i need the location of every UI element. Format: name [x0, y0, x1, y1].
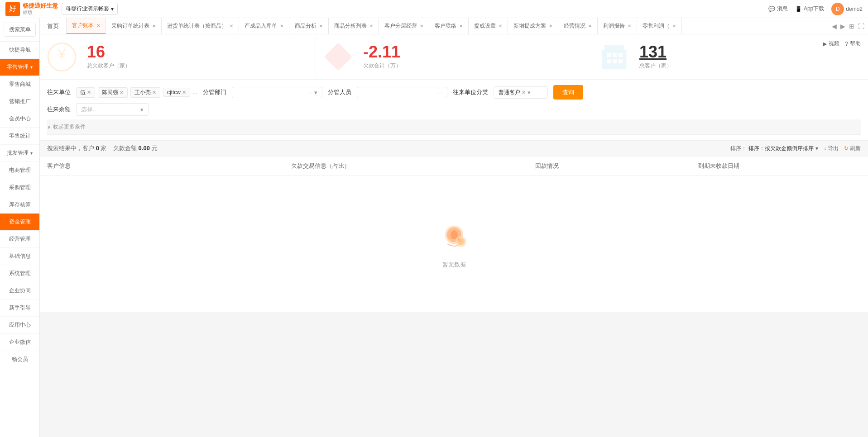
export-btn[interactable]: ↓ 导出: [824, 145, 839, 152]
sidebar-item-operations[interactable]: 经营管理: [0, 231, 39, 248]
close-tab-inbound-stats[interactable]: ✕: [230, 24, 233, 28]
remove-tag-wu[interactable]: ✕: [87, 90, 91, 95]
sidebar-item-marketing[interactable]: 营销推广: [0, 93, 39, 110]
sidebar-item-finance[interactable]: 资金管理: [0, 214, 39, 231]
tab-inbound-stats[interactable]: 进货单统计表（按商品） ✕: [162, 18, 239, 34]
tab-home[interactable]: 首页: [40, 18, 67, 34]
sidebar-item-wholesale-mgmt[interactable]: 批发管理 ▾: [0, 145, 39, 162]
svg-rect-7: [607, 59, 611, 63]
close-tab-retail-profit[interactable]: ✕: [672, 24, 676, 28]
close-tab-product-analysis[interactable]: ✕: [319, 24, 323, 28]
tab-fullscreen-btn[interactable]: ⛶: [858, 23, 864, 30]
unit-tag-chen: 陈民强 ✕: [98, 87, 128, 98]
staff-filter-label: 分管人员: [328, 88, 351, 96]
tab-controls: ◀ ▶ ⊞ ⛶: [828, 23, 868, 30]
industry-select[interactable]: 母婴行业演示帐套 ▾: [62, 3, 118, 15]
col-customer-info: 客户信息: [47, 162, 291, 170]
stat-label-left: 总欠款客户（家）: [87, 62, 130, 70]
sidebar-item-quick-nav[interactable]: 快捷导航: [0, 42, 39, 59]
stat-values-middle: -2.11 欠款合计（万）: [363, 44, 401, 70]
sidebar-item-wechat[interactable]: 企业微信: [0, 334, 39, 351]
refresh-btn[interactable]: ↻ 刷新: [844, 145, 861, 152]
export-icon: ↓: [824, 145, 826, 152]
sidebar-item-purchase[interactable]: 采购管理: [0, 179, 39, 196]
svg-rect-2: [602, 49, 626, 69]
sidebar-item-member-center[interactable]: 会员中心: [0, 110, 39, 128]
staff-select[interactable]: ···: [357, 87, 447, 98]
sidebar-item-ecommerce[interactable]: 电商管理: [0, 162, 39, 179]
balance-select[interactable]: 选择... ▾: [76, 103, 149, 116]
tab-label: 产成品入库单: [245, 22, 277, 30]
stats-row: ▶ 视频 ? 帮助 ¥: [40, 34, 868, 80]
tab-customer-contact[interactable]: 客户联络 ✕: [429, 18, 469, 34]
close-tab-product-analysis-list[interactable]: ✕: [369, 24, 373, 28]
building-icon: [599, 42, 629, 71]
close-tab-customer-balance[interactable]: ✕: [96, 23, 100, 28]
sidebar-item-retail-mall[interactable]: 零售商城: [0, 76, 39, 93]
tag-label: 王小亮: [134, 89, 151, 96]
main-layout: 搜索菜单 快捷导航 零售管理 ▾ 零售商城 营销推广 会员中心 零售统计 批发管…: [0, 18, 868, 437]
tab-product-inbound[interactable]: 产成品入库单 ✕: [239, 18, 289, 34]
sidebar-item-inventory[interactable]: 库存核算: [0, 196, 39, 214]
search-menu-btn[interactable]: 搜索菜单: [4, 23, 36, 37]
customer-unit: 家: [101, 145, 106, 152]
tab-purchase-order-stats[interactable]: 采购订单统计表 ✕: [106, 18, 162, 34]
category-select[interactable]: 普通客户 ✕ ▾: [494, 86, 548, 99]
close-tab-purchase-order-stats[interactable]: ✕: [152, 24, 156, 28]
sidebar-item-retail-mgmt[interactable]: 零售管理 ▾: [0, 59, 39, 76]
sidebar-item-vip[interactable]: 畅会员: [0, 351, 39, 368]
tab-profit-report[interactable]: 利润报告 ✕: [598, 18, 637, 34]
avatar: D: [831, 3, 844, 15]
svg-rect-5: [613, 53, 617, 57]
remove-tag-chen[interactable]: ✕: [120, 90, 124, 95]
tab-label: 客户联络: [435, 22, 456, 30]
message-btn[interactable]: 💬 消息: [768, 5, 788, 13]
tab-new-commission[interactable]: 新增提成方案 ✕: [508, 18, 558, 34]
collapse-btn[interactable]: ∧ 收起更多条件: [47, 123, 861, 131]
tab-customer-balance[interactable]: 客户账本 ✕: [67, 18, 106, 34]
tab-product-analysis-list[interactable]: 商品分析列表 ✕: [329, 18, 379, 34]
query-btn[interactable]: 查询: [553, 85, 583, 100]
tab-product-analysis[interactable]: 商品分析 ✕: [289, 18, 329, 34]
app-download-btn[interactable]: 📱 App下载: [795, 5, 824, 13]
sidebar-item-newbie[interactable]: 新手引导: [0, 299, 39, 317]
close-tab-profit-report[interactable]: ✕: [628, 24, 631, 28]
svg-point-12: [451, 230, 458, 239]
sort-select[interactable]: 排序： 排序：按欠款金额倒序排序 ▾: [730, 145, 818, 152]
industry-label: 母婴行业演示帐套: [66, 5, 109, 13]
tab-scroll-left[interactable]: ◀: [832, 23, 837, 30]
tab-menu-btn[interactable]: ⊞: [849, 23, 854, 30]
user-area[interactable]: D demo2: [831, 3, 863, 15]
tab-retail-profit[interactable]: 零售利润（ ✕: [637, 18, 682, 34]
tag-label: 普通客户: [499, 89, 520, 96]
tag-label: 伍: [80, 89, 86, 96]
remove-tag-wang[interactable]: ✕: [152, 90, 156, 95]
tab-commission-settings[interactable]: 提成设置 ✕: [469, 18, 508, 34]
remove-category-tag[interactable]: ✕: [522, 90, 526, 95]
stat-number-left: 16: [87, 44, 130, 60]
more-tags-btn[interactable]: ...: [193, 89, 197, 95]
tab-operations-status[interactable]: 经营情况 ✕: [558, 18, 598, 34]
sidebar-item-basic-info[interactable]: 基础信息: [0, 248, 39, 265]
sidebar-item-retail-stats[interactable]: 零售统计: [0, 128, 39, 145]
stat-values-left: 16 总欠款客户（家）: [87, 44, 130, 70]
message-icon: 💬: [768, 6, 775, 12]
balance-filter-label: 往来余额: [47, 105, 71, 114]
extra-icon: ···: [307, 89, 312, 96]
refresh-label: 刷新: [850, 145, 861, 152]
close-tab-operations-status[interactable]: ✕: [588, 24, 592, 28]
results-bar: 搜索结果中，客户 0 家 欠款金额 0.00 元 排序： 排序：按欠款金额倒序排…: [40, 141, 868, 157]
sidebar-item-sys-mgmt[interactable]: 系统管理: [0, 265, 39, 282]
close-tab-customer-tier[interactable]: ✕: [420, 24, 423, 28]
category-filter-label: 往来单位分类: [453, 88, 488, 96]
remove-tag-cjttcw[interactable]: ✕: [182, 90, 186, 95]
tab-scroll-right[interactable]: ▶: [840, 23, 845, 30]
department-select[interactable]: ··· ▾: [232, 87, 322, 98]
sidebar-item-enterprise[interactable]: 企业协同: [0, 282, 39, 299]
close-tab-customer-contact[interactable]: ✕: [459, 24, 463, 28]
close-tab-product-inbound[interactable]: ✕: [280, 24, 283, 28]
tab-customer-tier[interactable]: 客户分层经营 ✕: [379, 18, 429, 34]
sidebar-item-app-center[interactable]: 应用中心: [0, 317, 39, 334]
close-tab-new-commission[interactable]: ✕: [549, 24, 552, 28]
close-tab-commission-settings[interactable]: ✕: [499, 24, 502, 28]
